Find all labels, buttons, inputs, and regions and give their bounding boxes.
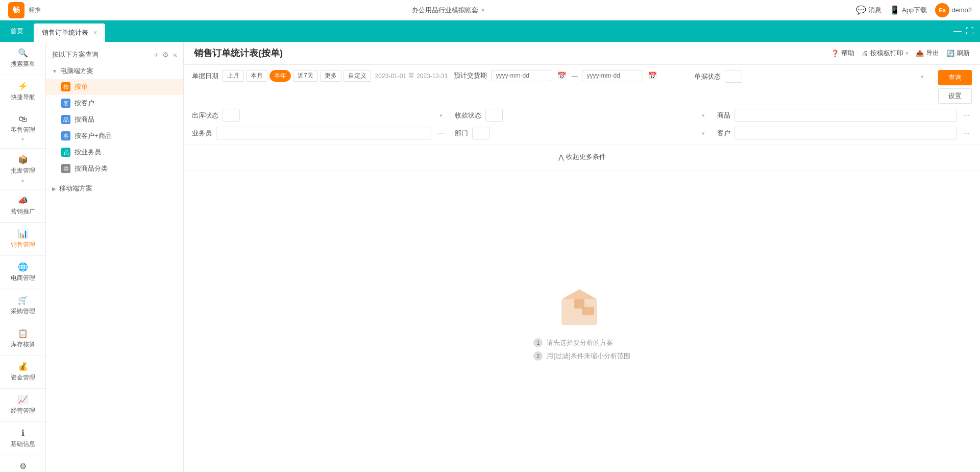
sidebar-item-purchase[interactable]: 🛒 采购管理 <box>0 289 45 322</box>
maximize-icon[interactable]: ⛶ <box>966 27 974 36</box>
department-filter: 部门 <box>455 127 709 139</box>
page-actions: ❓ 帮助 🖨 按模板打印 ▾ 📤 导出 🔄 刷新 <box>831 49 970 58</box>
product-more-btn[interactable]: ··· <box>961 111 972 120</box>
system-icon: ⚙ <box>19 461 27 471</box>
doc-status-select[interactable] <box>725 70 742 83</box>
minimize-icon[interactable]: — <box>953 27 962 36</box>
scheme-by-customer[interactable]: 客 按客户 <box>46 95 183 111</box>
more-date-btn[interactable]: 更多 <box>320 70 341 82</box>
operations-icon: 📈 <box>18 395 28 405</box>
scheme-by-cust-prod[interactable]: 客 按客户+商品 <box>46 128 183 144</box>
sidebar-item-finance[interactable]: 💰 资金管理 <box>0 356 45 389</box>
collapse-panel-btn[interactable]: « <box>173 51 177 59</box>
sidebar-item-quick-nav[interactable]: ⚡ 快捷导航 <box>0 75 45 108</box>
left-panel-actions: + ⚙ « <box>154 51 177 59</box>
basic-icon: ℹ <box>21 428 24 438</box>
top-title: 办公用品行业模拟账套 ▾ <box>412 6 485 15</box>
doc-status-filter: 单据状态 <box>694 70 928 83</box>
filter-area: 单据日期 上月 本月 本年 近7天 更多 自定义 2023-01-01 至 <box>184 65 980 171</box>
expected-date-to[interactable] <box>582 70 643 81</box>
sidebar-item-system[interactable]: ⚙ 系统管理 <box>0 455 45 472</box>
sidebar-item-marketing[interactable]: 📣 营销推广 <box>0 190 45 223</box>
delivery-status-filter: 出库状态 <box>192 109 447 122</box>
left-panel-header: 按以下方案查询 + ⚙ « <box>46 48 183 63</box>
salesperson-more-btn[interactable]: ··· <box>435 129 446 138</box>
this-year-btn[interactable]: 本年 <box>270 70 291 82</box>
main-area: 销售订单统计表(按单) ❓ 帮助 🖨 按模板打印 ▾ 📤 导出 <box>184 42 980 472</box>
scheme-icon-category: 类 <box>61 164 70 173</box>
customer-input[interactable] <box>734 127 957 139</box>
sidebar-item-search[interactable]: 🔍 搜索菜单 <box>0 42 45 75</box>
sidebar-item-operations[interactable]: 📈 经营管理 <box>0 389 45 422</box>
help-btn[interactable]: ❓ 帮助 <box>831 49 854 58</box>
scheme-icon-cust-prod: 客 <box>61 131 70 140</box>
scheme-icon-product: 品 <box>61 115 70 124</box>
inventory-icon: 📋 <box>18 328 28 338</box>
mobile-scheme-header[interactable]: ▶ 移动端方案 <box>46 181 183 196</box>
sidebar-item-wholesale[interactable]: 📦 批发管理 ▴ <box>0 149 45 190</box>
main-layout: 🔍 搜索菜单 ⚡ 快捷导航 🛍 零售管理 ▾ 📦 批发管理 ▴ 📣 营销推广 📊… <box>0 42 980 472</box>
expected-date-from[interactable] <box>491 70 552 81</box>
sidebar-item-inventory[interactable]: 📋 库存核算 <box>0 322 45 356</box>
add-scheme-btn[interactable]: + <box>154 51 158 59</box>
user-profile[interactable]: Ea demo2 <box>935 3 972 17</box>
expected-date-filter: 预计交货期 📅 — 📅 <box>454 70 688 81</box>
left-panel: 按以下方案查询 + ⚙ « ▼ 电脑端方案 按 按单 <box>46 42 184 472</box>
last-month-btn[interactable]: 上月 <box>223 70 244 82</box>
svg-rect-4 <box>582 307 594 315</box>
pc-scheme-header[interactable]: ▼ 电脑端方案 <box>46 63 183 79</box>
date-range-display: 2023-01-01 至 2023-12-31 <box>375 72 448 80</box>
tab-home[interactable]: 首页 <box>0 20 34 42</box>
scheme-by-category[interactable]: 类 按商品分类 <box>46 160 183 177</box>
messages-btn[interactable]: 💬 消息 <box>856 5 881 15</box>
collapse-conditions-btn[interactable]: ⋀ 收起更多条件 <box>550 149 614 164</box>
avatar: Ea <box>935 3 949 17</box>
topbar-right: 💬 消息 📱 App下载 Ea demo2 <box>856 3 972 17</box>
sidebar-item-sales[interactable]: 📊 销售管理 <box>0 223 45 256</box>
salesperson-input[interactable] <box>216 127 431 139</box>
app-download-btn[interactable]: 📱 App下载 <box>890 5 927 15</box>
content-area: 按以下方案查询 + ⚙ « ▼ 电脑端方案 按 按单 <box>46 42 980 472</box>
export-btn[interactable]: 📤 导出 <box>916 49 939 58</box>
empty-tips: 1 请先选择要分析的方案 2 用[过滤]条件来缩小分析范围 <box>533 338 630 365</box>
sidebar-item-basic[interactable]: ℹ 基础信息 <box>0 422 45 455</box>
cal-to-icon[interactable]: 📅 <box>648 72 657 80</box>
sidebar-item-retail[interactable]: 🛍 零售管理 ▾ <box>0 108 45 149</box>
sidebar-item-ecom[interactable]: 🌐 电商管理 <box>0 256 45 289</box>
retail-arrow: ▾ <box>21 136 24 142</box>
scheme-by-product[interactable]: 品 按商品 <box>46 111 183 128</box>
query-btn[interactable]: 查询 <box>938 70 972 85</box>
tabbar-right: — ⛶ <box>953 27 980 36</box>
settings-btn[interactable]: 设置 <box>938 88 972 104</box>
this-month-btn[interactable]: 本月 <box>246 70 267 82</box>
empty-illustration <box>551 279 612 330</box>
scheme-by-staff[interactable]: 员 按业务员 <box>46 144 183 160</box>
cal-from-icon[interactable]: 📅 <box>557 72 566 80</box>
department-select[interactable] <box>472 127 489 139</box>
scheme-icon-staff: 员 <box>61 148 70 157</box>
mobile-scheme-group: ▶ 移动端方案 <box>46 181 183 196</box>
quick-nav-icon: ⚡ <box>18 81 28 91</box>
scheme-settings-btn[interactable]: ⚙ <box>162 51 169 59</box>
date-btns: 上月 本月 本年 近7天 更多 自定义 <box>223 70 371 82</box>
tabbar: 首页 销售订单统计表 × — ⛶ <box>0 20 980 42</box>
last7days-btn[interactable]: 近7天 <box>293 70 318 82</box>
salesperson-filter: 业务员 ··· <box>192 127 447 139</box>
search-icon: 🔍 <box>18 48 28 58</box>
empty-svg <box>551 279 612 330</box>
print-btn[interactable]: 🖨 按模板打印 ▾ <box>862 49 909 58</box>
custom-date-btn[interactable]: 自定义 <box>344 70 371 82</box>
wholesale-icon: 📦 <box>18 155 28 164</box>
payment-status-select[interactable] <box>485 109 503 122</box>
topbar: 畅 标推 办公用品行业模拟账套 ▾ 💬 消息 📱 App下载 Ea demo2 <box>0 0 980 20</box>
tab-close-btn[interactable]: × <box>93 29 97 36</box>
logo-subtitle: 标推 <box>29 6 41 14</box>
tab-sales-stats[interactable]: 销售订单统计表 × <box>34 23 105 42</box>
customer-more-btn[interactable]: ··· <box>961 129 972 138</box>
product-input[interactable] <box>734 109 957 122</box>
pc-scheme-arrow: ▼ <box>52 68 57 74</box>
refresh-btn[interactable]: 🔄 刷新 <box>946 49 970 58</box>
delivery-status-select[interactable] <box>223 109 240 122</box>
scheme-by-order[interactable]: 按 按单 <box>46 79 183 95</box>
collapse-row: ⋀ 收起更多条件 <box>184 145 980 171</box>
